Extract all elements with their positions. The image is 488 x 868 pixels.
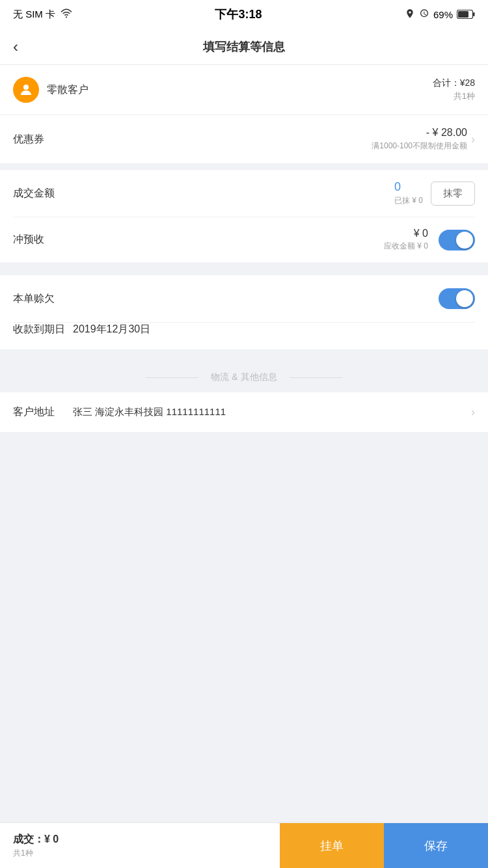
address-row[interactable]: 客户地址 张三 海淀永丰科技园 11111111111 › [13, 392, 475, 432]
svg-rect-2 [458, 11, 468, 18]
spacer-1 [0, 269, 488, 275]
customer-card: 零散客户 合计：¥28 共1种 优惠券 - ¥ 28.00 满1000-100不… [0, 65, 488, 163]
total-amount: 合计：¥28 [433, 77, 475, 89]
status-time: 下午3:18 [215, 7, 262, 22]
prepay-right: ¥ 0 应收金额 ¥ 0 [384, 228, 475, 252]
status-left: 无 SIM 卡 [13, 8, 72, 21]
due-date-value: 2019年12月30日 [73, 323, 150, 336]
debt-toggle[interactable] [439, 288, 475, 309]
page-title: 填写结算等信息 [203, 39, 285, 55]
round-button[interactable]: 抹零 [431, 182, 475, 206]
nav-bar: ‹ 填写结算等信息 [0, 29, 488, 65]
amount-section: 成交金额 0 已抹 ¥ 0 抹零 冲预收 ¥ 0 应收金额 ¥ 0 [0, 170, 488, 262]
back-button[interactable]: ‹ [8, 33, 23, 61]
spacer-2 [0, 356, 488, 362]
prepay-receivable: 应收金额 ¥ 0 [384, 241, 428, 252]
transaction-amount-right: 0 已抹 ¥ 0 抹零 [394, 180, 475, 206]
prepay-toggle[interactable] [439, 230, 475, 251]
bottom-info: 成交：¥ 0 共1种 [0, 823, 280, 868]
svg-point-0 [66, 16, 67, 18]
coupon-amount: - ¥ 28.00 [372, 127, 467, 139]
wifi-icon [61, 8, 72, 21]
due-date-row: 收款到期日 2019年12月30日 [13, 322, 475, 349]
status-bar: 无 SIM 卡 下午3:18 69% [0, 0, 488, 29]
location-icon [405, 8, 415, 21]
prepay-label: 冲预收 [13, 233, 44, 247]
prepay-value: ¥ 0 [384, 228, 428, 239]
deal-value: ¥ 0 [44, 834, 59, 845]
empty-space [0, 432, 488, 562]
total-count: 共1种 [433, 90, 475, 102]
coupon-desc: 满1000-100不限制使用金额 [372, 141, 467, 152]
prepay-row: 冲预收 ¥ 0 应收金额 ¥ 0 [13, 217, 475, 262]
customer-left: 零散客户 [13, 77, 88, 103]
alarm-icon [419, 8, 429, 21]
address-value: 张三 海淀永丰科技园 11111111111 [73, 406, 471, 418]
customer-name: 零散客户 [47, 83, 88, 97]
logistics-section: 物流 & 其他信息 [0, 362, 488, 392]
hold-button[interactable]: 挂单 [280, 823, 384, 868]
bottom-deal-amount: 成交：¥ 0 [13, 833, 267, 847]
address-chevron-icon: › [471, 405, 475, 419]
customer-row: 零散客户 合计：¥28 共1种 [0, 65, 488, 115]
coupon-right: - ¥ 28.00 满1000-100不限制使用金额 › [372, 127, 475, 152]
bottom-count: 共1种 [13, 848, 267, 859]
coupon-chevron-icon: › [471, 133, 475, 146]
coupon-label: 优惠券 [13, 133, 44, 146]
customer-summary: 合计：¥28 共1种 [433, 77, 475, 102]
customer-avatar [13, 77, 39, 103]
battery-percent: 69% [433, 9, 453, 20]
logistics-label: 物流 & 其他信息 [198, 372, 290, 383]
debt-section: 本单赊欠 收款到期日 2019年12月30日 [0, 275, 488, 349]
debt-row: 本单赊欠 [13, 275, 475, 322]
svg-rect-3 [473, 12, 475, 16]
address-section: 客户地址 张三 海淀永丰科技园 11111111111 › [0, 392, 488, 432]
transaction-amount-value: 0 [394, 180, 423, 194]
deal-label: 成交： [13, 834, 44, 845]
svg-point-4 [23, 85, 29, 90]
status-right: 69% [405, 8, 475, 21]
transaction-amount-label: 成交金额 [13, 187, 55, 200]
carrier-label: 无 SIM 卡 [13, 8, 55, 21]
due-date-label: 收款到期日 [13, 323, 65, 336]
coupon-row[interactable]: 优惠券 - ¥ 28.00 满1000-100不限制使用金额 › [0, 115, 488, 163]
debt-label: 本单赊欠 [13, 292, 55, 306]
content: 零散客户 合计：¥28 共1种 优惠券 - ¥ 28.00 满1000-100不… [0, 65, 488, 614]
bottom-bar: 成交：¥ 0 共1种 挂单 保存 [0, 822, 488, 868]
transaction-amount-row: 成交金额 0 已抹 ¥ 0 抹零 [13, 170, 475, 217]
address-label: 客户地址 [13, 405, 65, 419]
already-rounded: 已抹 ¥ 0 [394, 195, 423, 206]
save-button[interactable]: 保存 [384, 823, 488, 868]
battery-icon [457, 10, 475, 19]
